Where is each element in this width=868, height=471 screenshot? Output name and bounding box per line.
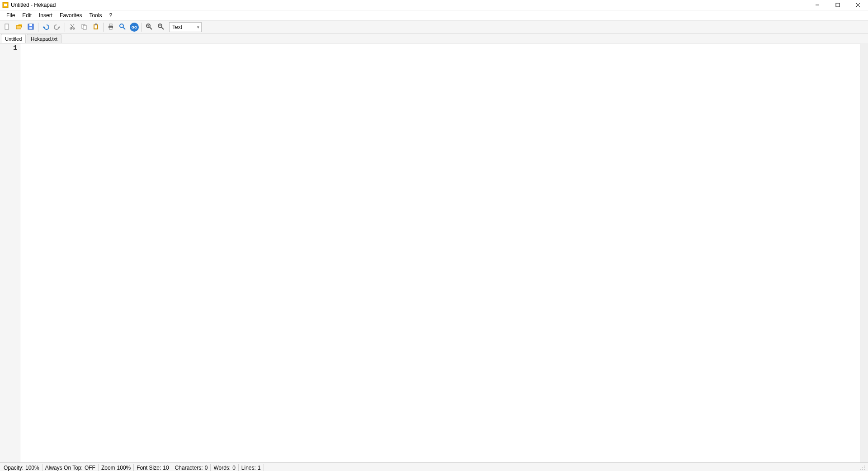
zoom-in-icon — [146, 23, 153, 32]
svg-rect-10 — [29, 27, 32, 29]
svg-point-36 — [864, 467, 865, 468]
menu-help[interactable]: ? — [105, 11, 116, 19]
svg-marker-11 — [43, 26, 44, 29]
menu-tools[interactable]: Tools — [85, 11, 105, 19]
toolbar-separator — [38, 23, 38, 32]
window-title: Untitled - Hekapad — [11, 2, 56, 8]
status-fontsize-label: Font Size: — [137, 465, 161, 471]
svg-rect-9 — [29, 24, 32, 26]
save-button[interactable] — [25, 22, 36, 33]
status-lines-value: 1 — [258, 465, 261, 471]
line-number-gutter: 1 — [0, 43, 20, 462]
status-bar: Opacity: 100% Always On Top: OFF Zoom 10… — [0, 462, 868, 471]
line-number: 1 — [0, 44, 17, 52]
title-bar: Untitled - Hekapad — [0, 0, 868, 10]
open-folder-icon — [15, 23, 23, 32]
zoom-out-button[interactable] — [156, 22, 166, 33]
status-words-value: 0 — [232, 465, 236, 471]
status-fontsize-value: 10 — [163, 465, 169, 471]
svg-rect-3 — [836, 3, 840, 7]
menu-bar: File Edit Insert Favorites Tools ? — [0, 10, 868, 21]
status-zoom-value: 100% — [117, 465, 131, 471]
app-icon — [2, 1, 9, 9]
status-words-label: Words: — [213, 465, 231, 471]
copy-button[interactable] — [79, 22, 90, 33]
status-zoom-label: Zoom — [101, 465, 115, 471]
svg-line-28 — [150, 27, 152, 29]
save-icon — [27, 23, 34, 32]
status-characters: Characters: 0 — [172, 464, 211, 471]
toolbar-separator — [103, 23, 104, 32]
svg-point-25 — [120, 24, 123, 28]
svg-rect-1 — [4, 4, 7, 6]
svg-rect-20 — [94, 25, 97, 29]
status-chars-label: Characters: — [175, 465, 203, 471]
vertical-scrollbar[interactable] — [860, 43, 868, 462]
svg-rect-21 — [95, 24, 97, 25]
svg-point-37 — [860, 469, 861, 470]
new-file-icon — [4, 23, 11, 32]
resize-grip-icon[interactable] — [859, 464, 866, 471]
goto-line-button[interactable]: GO — [129, 22, 140, 33]
status-font-size: Font Size: 10 — [134, 464, 172, 471]
svg-point-35 — [862, 467, 863, 468]
tab-strip: Untitled Hekapad.txt — [0, 34, 868, 43]
find-button[interactable] — [117, 22, 128, 33]
copy-icon — [80, 23, 88, 32]
go-icon: GO — [130, 23, 139, 32]
tab-untitled[interactable]: Untitled — [1, 34, 26, 43]
tab-hekapad-txt[interactable]: Hekapad.txt — [27, 34, 61, 43]
status-lines-label: Lines: — [241, 465, 256, 471]
paste-icon — [92, 23, 99, 32]
cut-icon — [69, 23, 76, 32]
zoom-out-icon — [157, 23, 165, 32]
status-words: Words: 0 — [211, 464, 238, 471]
undo-icon — [42, 23, 49, 32]
toolbar-separator — [65, 23, 65, 32]
svg-point-34 — [864, 466, 865, 466]
undo-button[interactable] — [40, 22, 51, 33]
svg-marker-12 — [59, 26, 60, 29]
minimize-button[interactable] — [807, 0, 827, 10]
svg-line-26 — [123, 27, 125, 29]
status-zoom: Zoom 100% — [99, 464, 134, 471]
print-button[interactable] — [105, 22, 116, 33]
print-icon — [107, 23, 114, 32]
svg-line-32 — [161, 27, 164, 29]
maximize-button[interactable] — [827, 0, 848, 10]
syntax-select-value: Text — [172, 24, 182, 30]
svg-point-39 — [864, 469, 865, 470]
status-opacity-label: Opacity: — [4, 465, 24, 471]
text-area[interactable] — [20, 43, 860, 462]
status-lines: Lines: 1 — [239, 464, 264, 471]
svg-rect-18 — [83, 25, 86, 29]
redo-button[interactable] — [52, 22, 63, 33]
status-opacity: Opacity: 100% — [1, 464, 42, 471]
svg-point-38 — [862, 469, 863, 470]
editor: 1 — [0, 43, 860, 462]
paste-button[interactable] — [90, 22, 101, 33]
redo-icon — [54, 23, 61, 32]
svg-rect-23 — [109, 24, 112, 26]
status-aot-value: OFF — [85, 465, 95, 471]
status-aot-label: Always On Top: — [45, 465, 83, 471]
status-opacity-value: 100% — [25, 465, 39, 471]
status-always-on-top: Always On Top: OFF — [42, 464, 99, 471]
menu-file[interactable]: File — [3, 11, 19, 19]
toolbar: GO Text ▾ — [0, 21, 868, 34]
chevron-down-icon: ▾ — [197, 25, 199, 29]
new-file-button[interactable] — [2, 22, 13, 33]
menu-insert[interactable]: Insert — [35, 11, 56, 19]
find-icon — [119, 23, 126, 32]
open-file-button[interactable] — [14, 22, 24, 33]
cut-button[interactable] — [67, 22, 78, 33]
svg-rect-24 — [109, 28, 112, 29]
status-chars-value: 0 — [205, 465, 208, 471]
toolbar-separator — [142, 23, 142, 32]
menu-favorites[interactable]: Favorites — [56, 11, 85, 19]
close-button[interactable] — [848, 0, 868, 10]
menu-edit[interactable]: Edit — [19, 11, 35, 19]
zoom-in-button[interactable] — [144, 22, 155, 33]
syntax-select[interactable]: Text ▾ — [169, 22, 202, 32]
